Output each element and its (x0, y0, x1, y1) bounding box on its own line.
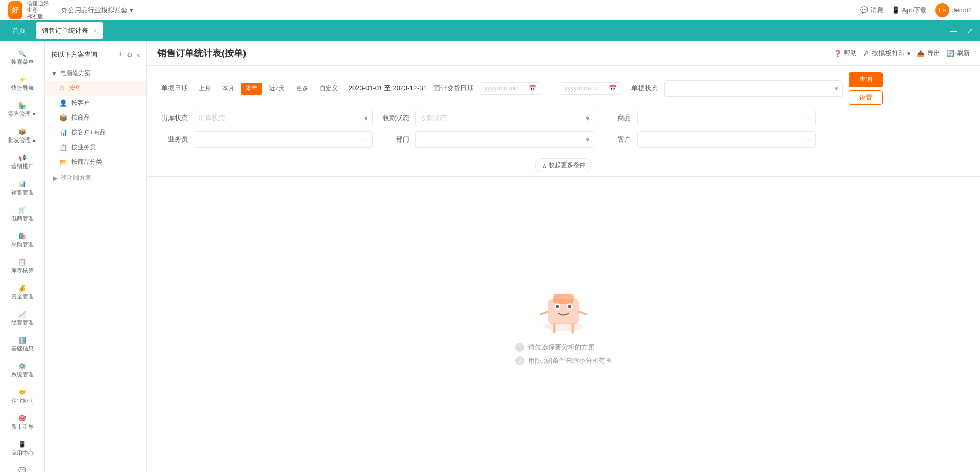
sidebar-item-finance[interactable]: 💰 资金管理 (0, 279, 44, 305)
purchase-icon: 🛍️ (18, 232, 26, 240)
sidebar-item-wholesale[interactable]: 📦 批发管理 ▲ (0, 123, 44, 149)
export-btn[interactable]: 📤 导出 (917, 49, 940, 58)
left-panel-title: 按以下方案查询 (51, 50, 97, 59)
export-icon: 📤 (917, 50, 925, 57)
user-menu[interactable]: Ea demo2 (935, 3, 972, 17)
sidebar-item-ecommerce[interactable]: 🛒 电商管理 (0, 201, 44, 227)
sidebar-item-basic[interactable]: ℹ️ 基础信息 (0, 332, 44, 358)
ops-icon: 📈 (18, 311, 26, 318)
salesperson-dots-icon: ··· (362, 136, 368, 144)
logo-area: 好 畅捷通好生意 标准版 (8, 0, 53, 20)
filter-row-2: 出库状态 出库状态 ▾ 收款状态 收款状态 ▾ 商品 ··· (157, 110, 970, 126)
scheme-item-by-customer-product[interactable]: 📊 按客户+商品 (45, 125, 146, 140)
basic-icon: ℹ️ (18, 337, 26, 344)
date-btn-custom[interactable]: 自定义 (315, 83, 342, 95)
sidebar-item-ops[interactable]: 📈 经营管理 (0, 305, 44, 332)
expected-date-from-input[interactable]: yyyy-mm-dd 📅 (480, 82, 541, 95)
minimize-btn[interactable]: — (947, 25, 960, 37)
sidebar-item-retail[interactable]: 🏪 零售管理 ▼ (0, 97, 44, 123)
bill-status-label: 单据状态 (627, 84, 658, 93)
breadcrumb-select[interactable]: 办公用品行业模拟账套 ▾ (61, 6, 133, 15)
sidebar-item-purchase[interactable]: 🛍️ 采购管理 (0, 227, 44, 253)
sidebar-item-quicknav[interactable]: ⚡ 快捷导航 (0, 71, 44, 97)
salesperson-label: 业务员 (157, 135, 188, 144)
collect-status-arrow-icon: ▾ (586, 114, 590, 122)
svg-point-5 (556, 305, 559, 308)
sidebar-item-sales[interactable]: 📊 销售管理 (0, 175, 44, 201)
ship-status-label: 出库状态 (157, 113, 188, 123)
collect-status-value: 收款状态 (420, 113, 447, 123)
sidebar-item-search[interactable]: 🔍 搜索菜单 (0, 45, 44, 71)
query-btn[interactable]: 查询 (849, 72, 883, 87)
collect-status-select[interactable]: 收款状态 ▾ (415, 110, 594, 126)
breadcrumb-area: 办公用品行业模拟账套 ▾ (53, 6, 860, 15)
scheme-item-by-category[interactable]: 📂 按商品分类 (45, 155, 146, 170)
ship-status-select[interactable]: 出库状态 ▾ (194, 110, 373, 126)
message-btn[interactable]: 💬 消息 (860, 6, 884, 15)
finance-icon: 💰 (18, 285, 26, 292)
ecommerce-icon: 🛒 (18, 206, 26, 214)
scheme-by-salesperson-icon: 📋 (59, 144, 67, 151)
settings-scheme-btn[interactable]: ⚙ (127, 51, 133, 59)
search-icon: 🔍 (18, 50, 26, 57)
sidebar-item-system[interactable]: ⚙️ 系统管理 (0, 358, 44, 384)
retail-icon: 🏪 (18, 102, 26, 109)
help-icon: ❓ (834, 50, 842, 57)
help-btn[interactable]: ❓ 帮助 (834, 49, 857, 58)
expand-btn[interactable]: ⤢ (964, 25, 976, 37)
left-panel-header: 按以下方案查询 + ⚙ « (45, 45, 146, 64)
scheme-item-by-customer[interactable]: 👤 按客户 (45, 96, 146, 110)
bill-status-select[interactable]: ▾ (664, 80, 843, 97)
sidebar-item-wxenterprise[interactable]: 💬 企业微信 (0, 462, 44, 472)
scheme-item-by-product[interactable]: 📦 按商品 (45, 110, 146, 125)
add-scheme-btn[interactable]: + (118, 49, 124, 60)
template-print-btn[interactable]: 🖨 按模板打印 ▾ (863, 49, 911, 58)
date-btn-this-year[interactable]: 本年 (241, 83, 262, 95)
expected-date-from-placeholder: yyyy-mm-dd (484, 85, 518, 92)
tab-home[interactable]: 首页 (4, 20, 34, 41)
page-header: 销售订单统计表(按单) ❓ 帮助 🖨 按模板打印 ▾ 📤 导出 (147, 41, 980, 66)
wholesale-icon: 📦 (18, 128, 26, 135)
salesperson-input[interactable]: ··· (194, 131, 373, 148)
refresh-btn[interactable]: 🔄 刷新 (946, 49, 970, 58)
product-input[interactable]: ··· (637, 110, 816, 126)
system-icon: ⚙️ (18, 363, 26, 370)
department-label: 部门 (379, 135, 409, 144)
scheme-item-by-salesperson[interactable]: 📋 按业务员 (45, 140, 146, 155)
retail-arrow-icon: ▼ (32, 111, 37, 117)
empty-state: 1 请先选择要分析的方案 2 用[过滤]条件来缩小分析范围 (147, 177, 980, 472)
svg-point-6 (568, 305, 571, 308)
date-btn-this-month[interactable]: 本月 (217, 83, 239, 95)
page-header-actions: ❓ 帮助 🖨 按模板打印 ▾ 📤 导出 🔄 刷新 (834, 49, 970, 58)
tab-sales-report[interactable]: 销售订单统计表 × (36, 22, 103, 39)
collect-status-label: 收款状态 (379, 113, 409, 123)
sidebar-item-appcenter[interactable]: 📱 应用中心 (0, 436, 44, 462)
scheme-item-by-order[interactable]: ⊙ 按单 (45, 81, 146, 96)
customer-input[interactable]: ··· (637, 131, 816, 148)
date-btn-last-month[interactable]: 上月 (194, 83, 215, 95)
sidebar-item-enterprise[interactable]: 🤝 企业协同 (0, 384, 44, 410)
collapse-btn[interactable]: ∧ 收起更多条件 (535, 158, 592, 172)
date-btn-more[interactable]: 更多 (291, 83, 313, 95)
collapse-panel-btn[interactable]: « (136, 51, 140, 59)
top-bar: 好 畅捷通好生意 标准版 办公用品行业模拟账套 ▾ 💬 消息 📱 App下载 E… (0, 0, 980, 20)
scheme-mobile-expand-icon: ▶ (53, 175, 58, 182)
department-select[interactable]: ▾ (415, 131, 594, 148)
sidebar-item-inventory[interactable]: 📋 库存核算 (0, 253, 44, 279)
quicknav-icon: ⚡ (18, 76, 26, 83)
sidebar-item-newuser[interactable]: 🎯 新手引导 (0, 410, 44, 436)
empty-hint-2: 2 用[过滤]条件来缩小分析范围 (515, 356, 611, 365)
sidebar-item-marketing[interactable]: 📢 营销推广 (0, 149, 44, 175)
scheme-desktop-group-header[interactable]: ▼ 电脑端方案 (45, 66, 146, 81)
collapse-up-icon: ∧ (542, 162, 547, 169)
expected-date-to-input[interactable]: yyyy-mm-dd 📅 (560, 82, 621, 95)
tab-close-icon[interactable]: × (93, 27, 97, 34)
ship-status-arrow-icon: ▾ (364, 114, 368, 122)
scheme-mobile-group-header[interactable]: ▶ 移动端方案 (45, 172, 146, 184)
breadcrumb-label: 办公用品行业模拟账套 (61, 6, 128, 15)
date-btn-last-7-days[interactable]: 近7天 (264, 83, 289, 95)
setting-btn[interactable]: 设置 (849, 90, 883, 105)
calendar-from-icon: 📅 (529, 85, 536, 92)
filter-row-1: 单据日期 上月 本月 本年 近7天 更多 自定义 2023-01-01 至 20… (157, 72, 970, 105)
app-download-btn[interactable]: 📱 App下载 (892, 6, 927, 15)
